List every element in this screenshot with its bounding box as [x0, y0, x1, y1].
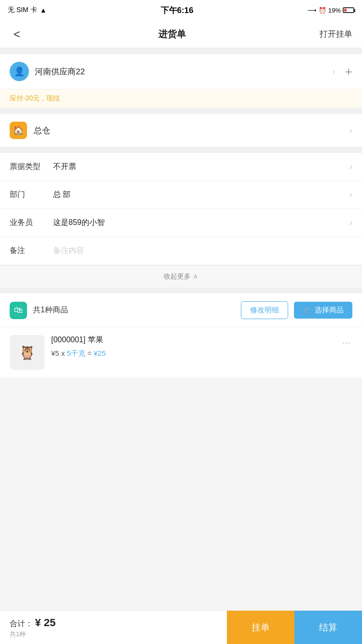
product-item: 🦉 [0000001] 苹果 ¥5 x 5千克 = ¥25 ···: [0, 327, 362, 378]
checkout-button[interactable]: 结算: [294, 611, 362, 644]
hang-button[interactable]: 挂单: [227, 611, 294, 644]
select-product-label: 选择商品: [315, 306, 344, 315]
supplier-notice: 应付-20元，现结: [0, 89, 362, 108]
remark-row[interactable]: 备注 备注内容: [0, 237, 362, 265]
add-supplier-button[interactable]: +: [345, 64, 352, 79]
product-code: [0000001] 苹果: [51, 336, 103, 344]
open-hang-button[interactable]: 打开挂单: [320, 28, 352, 40]
divider-2: [0, 147, 362, 153]
wifi-icon: ▲: [40, 6, 47, 14]
warehouse-row[interactable]: 🏠 总仓 ›: [0, 114, 362, 147]
salesperson-chevron-icon: ›: [349, 218, 352, 228]
product-header: 🛍 共1种商品 修改明细 🛒 选择商品: [0, 294, 362, 327]
select-product-button[interactable]: 🛒 选择商品: [294, 302, 352, 319]
product-total: ¥25: [94, 349, 106, 357]
remark-label: 备注: [10, 246, 48, 256]
collapse-row[interactable]: 收起更多 ∧: [0, 265, 362, 288]
divider-1: [0, 108, 362, 114]
product-thumbnail: 🦉: [10, 335, 44, 370]
product-info: [0000001] 苹果 ¥5 x 5千克 = ¥25: [51, 335, 334, 358]
department-chevron-icon: ›: [349, 190, 352, 200]
department-value: 总 部: [48, 190, 349, 200]
department-label: 部门: [10, 190, 48, 200]
status-time: 下午6:16: [161, 5, 194, 16]
notice-text: 应付-20元，现结: [10, 94, 60, 102]
salesperson-label: 业务员: [10, 218, 48, 228]
product-count-label: 共1种商品: [33, 305, 235, 315]
salesperson-value: 这是859的小智: [48, 218, 349, 228]
invoice-type-label: 票据类型: [10, 162, 48, 172]
bottom-spacer: [0, 378, 362, 411]
warehouse-section: 🏠 总仓 ›: [0, 114, 362, 147]
department-row[interactable]: 部门 总 部 ›: [0, 181, 362, 209]
invoice-type-value: 不开票: [48, 162, 349, 172]
product-name: [0000001] 苹果: [51, 335, 334, 345]
location-icon: ⟶: [307, 7, 317, 14]
warehouse-chevron-icon: ›: [349, 126, 352, 136]
total-label: 合计：: [10, 619, 33, 628]
salesperson-row[interactable]: 业务员 这是859的小智 ›: [0, 209, 362, 237]
total-row: 合计： ¥ 25: [10, 616, 217, 629]
total-amount: ¥ 25: [35, 616, 56, 629]
bottom-bar: 合计： ¥ 25 共1种 挂单 结算: [0, 610, 362, 644]
avatar-icon: 👤: [14, 66, 25, 77]
alarm-icon: ⏰: [319, 7, 326, 14]
product-equals: =: [87, 349, 94, 357]
back-button[interactable]: <: [10, 24, 24, 45]
battery-percent: 19%: [328, 7, 341, 14]
warehouse-label: 总仓: [34, 125, 349, 136]
product-quantity: 5千克: [67, 349, 85, 357]
form-section: 票据类型 不开票 › 部门 总 部 › 业务员 这是859的小智 › 备注 备注…: [0, 153, 362, 288]
product-more-button[interactable]: ···: [340, 335, 352, 350]
collapse-label: 收起更多 ∧: [164, 272, 198, 281]
divider-3: [0, 288, 362, 294]
supplier-section: 👤 河南供应商22 › + 应付-20元，现结: [0, 54, 362, 108]
top-divider: [0, 48, 362, 54]
supplier-name: 河南供应商22: [35, 66, 333, 77]
products-section: 🛍 共1种商品 修改明细 🛒 选择商品 🦉 [0000001] 苹果 ¥5 x …: [0, 294, 362, 378]
supplier-chevron-icon: ›: [333, 67, 335, 77]
carrier-text: 无 SIM 卡: [8, 6, 37, 14]
status-carrier: 无 SIM 卡 ▲: [8, 6, 47, 14]
invoice-type-row[interactable]: 票据类型 不开票 ›: [0, 153, 362, 181]
battery-icon: [343, 7, 354, 13]
product-bag-icon: 🛍: [10, 302, 27, 319]
total-section: 合计： ¥ 25 共1种: [0, 611, 227, 644]
select-product-icon: 🛒: [303, 306, 312, 315]
remark-value: 备注内容: [48, 246, 352, 256]
status-bar: 无 SIM 卡 ▲ 下午6:16 ⟶ ⏰ 19%: [0, 0, 362, 20]
supplier-row[interactable]: 👤 河南供应商22 › +: [0, 54, 362, 89]
supplier-avatar: 👤: [10, 62, 29, 81]
invoice-type-chevron-icon: ›: [349, 162, 352, 172]
product-placeholder-icon: 🦉: [19, 345, 36, 361]
page-title: 进货单: [158, 28, 186, 41]
product-unit-price: ¥5 x: [51, 349, 67, 357]
status-right: ⟶ ⏰ 19%: [307, 7, 354, 14]
product-price-row: ¥5 x 5千克 = ¥25: [51, 349, 334, 358]
nav-bar: < 进货单 打开挂单: [0, 20, 362, 48]
edit-detail-button[interactable]: 修改明细: [241, 301, 288, 319]
total-sub: 共1种: [10, 630, 217, 639]
warehouse-icon: 🏠: [10, 122, 27, 139]
